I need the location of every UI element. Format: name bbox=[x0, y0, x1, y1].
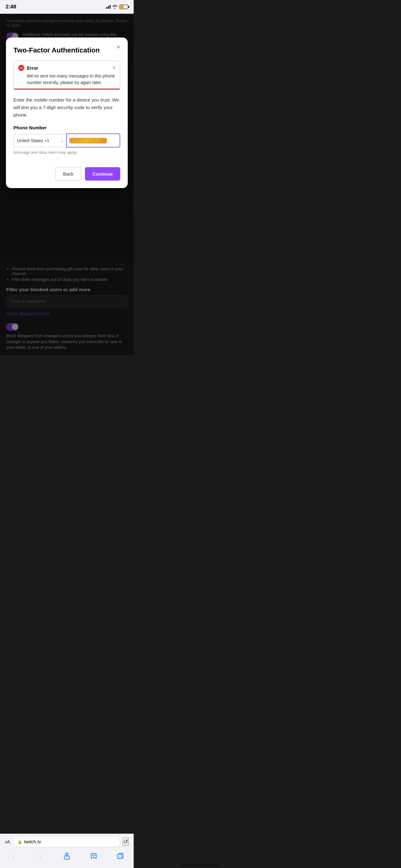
signal-icon bbox=[105, 5, 110, 9]
status-icons bbox=[105, 5, 128, 9]
error-banner: Error × We've sent too many messages to … bbox=[13, 61, 120, 90]
error-icon bbox=[18, 65, 24, 71]
phone-input-row: United States +1 Canada +1 United Kingdo… bbox=[13, 133, 120, 148]
status-time: 2:48 bbox=[6, 4, 16, 10]
country-select-wrapper[interactable]: United States +1 Canada +1 United Kingdo… bbox=[13, 133, 66, 148]
error-close-button[interactable]: × bbox=[113, 65, 115, 71]
country-select[interactable]: United States +1 Canada +1 United Kingdo… bbox=[13, 134, 66, 147]
phone-hint: Message and data rates may apply. bbox=[13, 150, 120, 155]
modal-close-button[interactable]: × bbox=[114, 42, 123, 51]
two-factor-modal: × Two-Factor Authentication Error × We'v… bbox=[6, 37, 128, 188]
modal-title: Two-Factor Authentication bbox=[13, 46, 120, 54]
continue-button[interactable]: Continue bbox=[85, 167, 120, 181]
error-title: Error bbox=[27, 65, 38, 71]
status-bar: 2:48 bbox=[0, 0, 134, 14]
phone-number-input[interactable] bbox=[66, 133, 120, 148]
battery-icon bbox=[119, 5, 128, 9]
modal-description: Enter the mobile number for a device you… bbox=[13, 96, 120, 119]
modal-footer: Back Continue bbox=[13, 167, 120, 181]
phone-label: Phone Number bbox=[13, 125, 120, 130]
error-message: We've sent too many messages to this pho… bbox=[18, 73, 115, 86]
modal-overlay: × Two-Factor Authentication Error × We'v… bbox=[0, 0, 134, 355]
error-banner-bar bbox=[14, 88, 120, 90]
back-button[interactable]: Back bbox=[55, 167, 81, 181]
wifi-icon bbox=[112, 5, 118, 9]
